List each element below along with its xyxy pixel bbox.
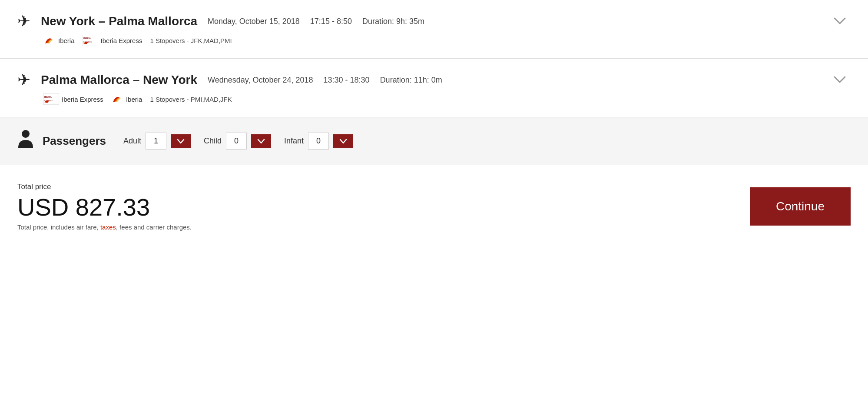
iberia-logo-group: Iberia xyxy=(43,36,75,45)
flight-2-route: Palma Mallorca – New York xyxy=(41,73,197,87)
flight-1-top: ✈ New York – Palma Mallorca Monday, Octo… xyxy=(17,12,424,30)
child-label: Child xyxy=(204,136,222,146)
flight-2-duration: Duration: 11h: 0m xyxy=(380,76,442,85)
iberia-airline-label-2: Iberia xyxy=(126,96,142,103)
flight-2-details: ✈ Palma Mallorca – New York Wednesday, O… xyxy=(17,71,442,105)
iberia-logo-svg-2 xyxy=(111,94,123,104)
price-left: Total price USD 827.33 Total price, incl… xyxy=(17,183,192,231)
flight-1-date: Monday, October 15, 2018 xyxy=(208,17,300,26)
flight-1-time: 17:15 - 8:50 xyxy=(310,17,352,26)
svg-point-6 xyxy=(22,130,30,138)
adult-count: 1 xyxy=(146,133,166,150)
iberia-express-logo-svg-2: IBERIA EXPRESS xyxy=(43,93,59,105)
flight-1-expand-chevron[interactable] xyxy=(829,12,851,32)
infant-label: Infant xyxy=(284,136,304,146)
plane-icon-2: ✈ xyxy=(17,71,30,89)
svg-text:IBERIA: IBERIA xyxy=(44,96,52,98)
svg-text:IBERIA: IBERIA xyxy=(83,37,91,40)
flight-2-section: ✈ Palma Mallorca – New York Wednesday, O… xyxy=(0,59,868,117)
infant-group: Infant 0 xyxy=(284,133,353,150)
svg-rect-3 xyxy=(43,93,59,105)
iberia-express-logo-group: IBERIA EXPRESS Iberia Express xyxy=(83,35,142,46)
iberia-logo-group-2: Iberia xyxy=(111,94,142,104)
flight-2-airlines: IBERIA EXPRESS Iberia Express Iberia 1 S… xyxy=(17,93,442,105)
flight-1-section: ✈ New York – Palma Mallorca Monday, Octo… xyxy=(0,0,868,59)
flight-1-route: New York – Palma Mallorca xyxy=(41,14,197,28)
passengers-label: Passengers xyxy=(43,134,106,148)
price-note-after: , fees and carrier charges. xyxy=(116,223,192,231)
continue-button[interactable]: Continue xyxy=(750,187,851,226)
flight-1-airlines: Iberia IBERIA EXPRESS Iberia Express 1 S… xyxy=(17,35,424,46)
child-group: Child 0 xyxy=(204,133,271,150)
total-price-label: Total price xyxy=(17,183,192,191)
iberia-express-logo-group-2: IBERIA EXPRESS Iberia Express xyxy=(43,93,103,105)
taxes-link[interactable]: taxes xyxy=(100,223,116,231)
iberia-logo-svg xyxy=(43,36,56,45)
flight-1-duration: Duration: 9h: 35m xyxy=(362,17,424,26)
flight-2-expand-chevron[interactable] xyxy=(829,71,851,91)
plane-icon-1: ✈ xyxy=(17,12,30,30)
iberia-express-airline-label-2: Iberia Express xyxy=(62,96,103,103)
child-count: 0 xyxy=(226,133,247,150)
iberia-airline-label: Iberia xyxy=(58,37,75,44)
passengers-section: Passengers Adult 1 Child 0 Infant 0 xyxy=(0,117,868,165)
iberia-express-airline-label: Iberia Express xyxy=(101,37,142,44)
flight-2-time: 13:30 - 18:30 xyxy=(324,76,370,85)
price-note-before: Total price, includes air fare, xyxy=(17,223,100,231)
total-price-value: USD 827.33 xyxy=(17,194,192,221)
flight-2-top: ✈ Palma Mallorca – New York Wednesday, O… xyxy=(17,71,442,89)
person-icon xyxy=(17,130,34,153)
iberia-express-logo-svg: IBERIA EXPRESS xyxy=(83,35,98,46)
child-dropdown-btn[interactable] xyxy=(251,134,271,148)
infant-dropdown-btn[interactable] xyxy=(333,134,353,148)
flight-2-date: Wednesday, October 24, 2018 xyxy=(208,76,313,85)
infant-count: 0 xyxy=(308,133,329,150)
adult-dropdown-btn[interactable] xyxy=(171,134,191,148)
price-section: Total price USD 827.33 Total price, incl… xyxy=(0,165,868,248)
price-note: Total price, includes air fare, taxes, f… xyxy=(17,223,192,231)
flight-2-stopovers: 1 Stopovers - PMI,MAD,JFK xyxy=(150,96,232,103)
flight-1-stopovers: 1 Stopovers - JFK,MAD,PMI xyxy=(150,37,232,44)
flight-1-details: ✈ New York – Palma Mallorca Monday, Octo… xyxy=(17,12,424,46)
adult-label: Adult xyxy=(123,136,141,146)
svg-rect-0 xyxy=(83,35,98,46)
adult-group: Adult 1 xyxy=(123,133,191,150)
